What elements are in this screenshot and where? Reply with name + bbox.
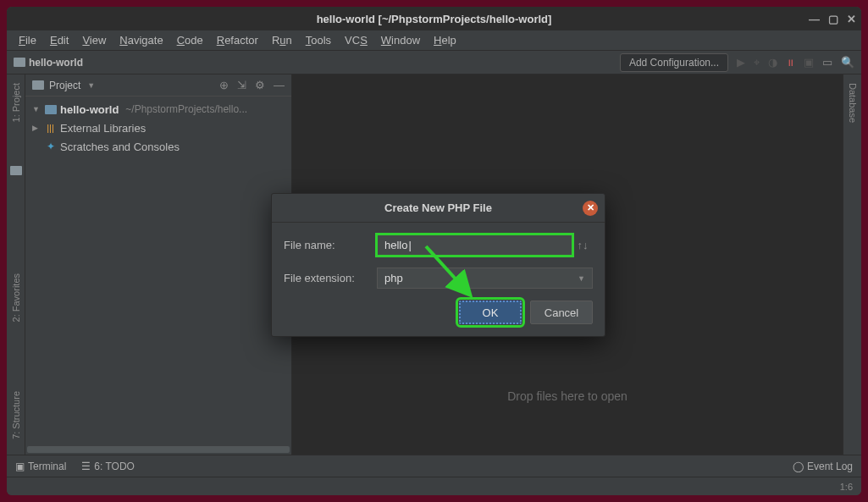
expand-icon[interactable]: ⇲ — [237, 79, 246, 91]
dialog-title: Create New PHP File — [384, 201, 492, 214]
menu-run[interactable]: Run — [267, 32, 297, 48]
window-title: hello-world [~/PhpstormProjects/hello-wo… — [7, 13, 861, 25]
project-panel: Project ▼ ⊕ ⇲ ⚙ — ▼ hello-world ~/Phpsto… — [25, 74, 292, 455]
library-icon: ||| — [44, 123, 57, 133]
folder-icon — [45, 105, 57, 114]
tab-database[interactable]: Database — [846, 74, 860, 131]
scratches-icon: ✦ — [44, 141, 57, 152]
project-tree: ▼ hello-world ~/PhpstormProjects/hello..… — [25, 97, 291, 159]
folder-icon — [14, 58, 25, 67]
menu-tools[interactable]: Tools — [301, 32, 336, 48]
chevron-down-icon[interactable]: ▼ — [87, 81, 95, 90]
menu-view[interactable]: View — [77, 32, 111, 48]
menu-help[interactable]: Help — [428, 32, 462, 48]
expand-arrow-icon[interactable]: ▶ — [32, 124, 41, 132]
tree-item-label: hello-world — [60, 103, 119, 116]
breadcrumb-label: hello-world — [29, 57, 83, 69]
gear-icon[interactable]: ⚙ — [255, 79, 265, 91]
terminal-icon: ▣ — [15, 461, 25, 472]
menu-navigate[interactable]: Navigate — [114, 32, 168, 48]
cursor-position[interactable]: 1:6 — [840, 482, 853, 492]
event-log-icon: ◯ — [793, 461, 804, 472]
scrollbar[interactable] — [27, 446, 290, 453]
drop-hint: Drop files here to open — [507, 389, 628, 403]
minimize-button[interactable]: — — [809, 13, 820, 25]
file-extension-label: File extension: — [284, 272, 377, 284]
cancel-button[interactable]: Cancel — [530, 301, 593, 324]
tree-row-project-root[interactable]: ▼ hello-world ~/PhpstormProjects/hello..… — [25, 100, 291, 119]
tab-terminal[interactable]: ▣Terminal — [15, 461, 66, 472]
search-icon[interactable]: 🔍 — [841, 56, 854, 69]
project-panel-header: Project ▼ ⊕ ⇲ ⚙ — — [25, 74, 291, 97]
dialog-titlebar: Create New PHP File ✕ — [272, 194, 605, 223]
menu-file[interactable]: File — [14, 32, 41, 48]
menu-edit[interactable]: Edit — [45, 32, 74, 48]
run-toolbar: ▶ ⌖ ◑ ⏸ ▣ ▭ 🔍 — [737, 56, 854, 69]
titlebar: hello-world [~/PhpstormProjects/hello-wo… — [7, 7, 861, 30]
left-gutter: 1: Project 2: Favorites 7: Structure — [7, 74, 25, 455]
folder-icon — [32, 80, 44, 90]
tree-item-label: Scratches and Consoles — [60, 141, 180, 153]
sort-toggle-icon[interactable]: ↑↓ — [578, 239, 589, 251]
tab-structure[interactable]: 7: Structure — [9, 386, 23, 444]
window-controls: — ▢ ✕ — [809, 13, 856, 25]
chevron-down-icon: ▼ — [578, 274, 585, 283]
run-icon[interactable]: ▶ — [737, 56, 745, 69]
tab-todo[interactable]: ☰6: TODO — [81, 461, 135, 472]
tree-row-external-libs[interactable]: ▶ ||| External Libraries — [25, 119, 291, 137]
stop-icon[interactable]: ⏸ — [786, 58, 795, 68]
tab-project[interactable]: 1: Project — [9, 78, 23, 127]
file-extension-select[interactable]: php ▼ — [377, 268, 593, 289]
tab-event-log[interactable]: ◯Event Log — [793, 461, 853, 472]
hide-icon[interactable]: — — [274, 79, 285, 91]
ide-window: hello-world [~/PhpstormProjects/hello-wo… — [7, 7, 861, 495]
menubar: File Edit View Navigate Code Refactor Ru… — [7, 30, 861, 51]
maximize-button[interactable]: ▢ — [828, 13, 838, 25]
ok-button[interactable]: OK — [459, 301, 522, 324]
tool-window-bar: ▣Terminal ☰6: TODO ◯Event Log — [7, 455, 861, 477]
layout-icon[interactable]: ▭ — [822, 56, 832, 69]
dialog-close-button[interactable]: ✕ — [583, 201, 598, 216]
create-php-file-dialog: Create New PHP File ✕ File name: hello ↑… — [271, 193, 605, 337]
breadcrumb[interactable]: hello-world — [14, 57, 83, 69]
add-configuration-button[interactable]: Add Configuration... — [620, 53, 728, 72]
tree-item-label: External Libraries — [60, 122, 146, 135]
folder-icon[interactable] — [10, 166, 22, 175]
menu-vcs[interactable]: VCS — [340, 32, 373, 48]
expand-arrow-icon[interactable]: ▼ — [32, 105, 41, 113]
file-name-label: File name: — [284, 239, 377, 251]
menu-code[interactable]: Code — [172, 32, 208, 48]
coverage-icon[interactable]: ◑ — [768, 56, 777, 69]
menu-window[interactable]: Window — [376, 32, 425, 48]
tree-row-scratches[interactable]: ✦ Scratches and Consoles — [25, 137, 291, 156]
status-bar: 1:6 — [7, 477, 861, 495]
navbar: hello-world Add Configuration... ▶ ⌖ ◑ ⏸… — [7, 51, 861, 74]
project-panel-title[interactable]: Project — [49, 80, 80, 91]
debug-icon[interactable]: ⌖ — [754, 56, 760, 69]
tab-favorites[interactable]: 2: Favorites — [9, 268, 23, 327]
menu-refactor[interactable]: Refactor — [212, 32, 263, 48]
file-name-input[interactable]: hello — [377, 234, 572, 256]
git-icon[interactable]: ▣ — [804, 56, 814, 69]
right-gutter: Database — [843, 74, 861, 455]
tree-item-path: ~/PhpstormProjects/hello... — [125, 103, 247, 115]
close-button[interactable]: ✕ — [847, 13, 856, 25]
locate-icon[interactable]: ⊕ — [219, 79, 229, 91]
todo-icon: ☰ — [81, 461, 91, 472]
